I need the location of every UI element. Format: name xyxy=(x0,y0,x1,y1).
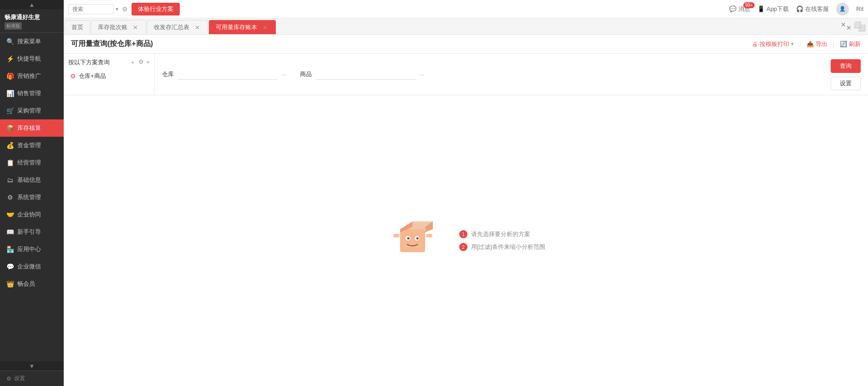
filter-settings-button[interactable]: 设置 xyxy=(831,77,861,90)
step-2-number: 2 xyxy=(459,243,467,251)
sidebar-item-system[interactable]: ⚙系统管理 xyxy=(0,189,64,206)
step-1-text: 请先选择要分析的方案 xyxy=(471,230,530,238)
sidebar-item-sales[interactable]: 📊销售管理 xyxy=(0,85,64,102)
appstore-icon: 🏪 xyxy=(6,246,14,253)
tab-close-batch[interactable]: ✕ xyxy=(131,23,139,31)
warehouse-input[interactable] xyxy=(178,69,278,80)
industry-solution-button[interactable]: 体验行业方案 xyxy=(132,3,180,15)
sidebar-item-label-sales: 销售管理 xyxy=(17,89,41,98)
sidebar-item-operation[interactable]: 📋经营管理 xyxy=(0,154,64,171)
online-service-button[interactable]: 🎧 在线客服 xyxy=(796,5,829,13)
print-chevron-icon[interactable]: ▾ xyxy=(791,41,794,47)
export-icon: 📤 xyxy=(807,41,814,47)
newbie-icon: 📖 xyxy=(6,228,14,236)
finance-icon: 💰 xyxy=(6,142,14,149)
print-icon: 🖨 xyxy=(752,41,758,47)
sidebar-scroll-down[interactable]: ▼ xyxy=(0,361,64,371)
message-button[interactable]: 💬 消息 99+ xyxy=(729,5,750,13)
scheme-add-icon[interactable]: ＋ xyxy=(130,58,136,67)
sidebar-item-wechat[interactable]: 💬企业微信 xyxy=(0,258,64,275)
tab-label-home: 首页 xyxy=(71,23,83,31)
app-download-button[interactable]: 📱 App下载 xyxy=(757,5,789,13)
filter-field-product: 商品 ··· xyxy=(300,69,424,80)
export-button[interactable]: 📤 导出 xyxy=(807,40,827,48)
svg-point-6 xyxy=(407,237,409,240)
tab-close-summary[interactable]: ✕ xyxy=(193,23,201,31)
illustration-wrap: 1 请先选择要分析的方案 2 用[过滤]条件来缩小分析范围 xyxy=(386,209,545,273)
filter-fields: 仓库 ··· 商品 ··· xyxy=(155,54,831,95)
tab-label-available: 可用量库存账本 xyxy=(216,23,257,31)
sidebar-item-label-wechat: 企业微信 xyxy=(17,262,41,271)
svg-point-7 xyxy=(416,237,418,240)
sidebar-item-vip[interactable]: 👑畅会员 xyxy=(0,275,64,293)
message-badge: 99+ xyxy=(743,2,755,8)
svg-rect-9 xyxy=(426,234,432,237)
sidebar-item-label-appstore: 应用中心 xyxy=(17,245,41,253)
product-input[interactable] xyxy=(315,69,416,80)
sidebar-item-purchase[interactable]: 🛒采购管理 xyxy=(0,102,64,119)
sidebar-item-appstore[interactable]: 🏪应用中心 xyxy=(0,241,64,258)
sidebar-item-shortcut[interactable]: ⚡快捷导航 xyxy=(0,50,64,67)
sidebar-item-marketing[interactable]: 🎁营销推广 xyxy=(0,67,64,85)
sidebar-item-label-vip: 畅会员 xyxy=(17,280,35,288)
search-input[interactable] xyxy=(68,4,114,14)
tab-close-available[interactable]: ✕ xyxy=(261,23,269,31)
empty-step-1: 1 请先选择要分析的方案 xyxy=(459,230,545,238)
maximize-window-button[interactable]: ⬜ xyxy=(851,18,863,31)
tab-batch[interactable]: 库存批次账✕ xyxy=(91,20,146,34)
sidebar-item-finance[interactable]: 💰资金管理 xyxy=(0,137,64,154)
sidebar-item-inventory[interactable]: 📦库存核算 xyxy=(0,119,64,137)
search-icon: 🔍 xyxy=(6,38,14,45)
print-button[interactable]: 🖨 按模板打印 ▾ xyxy=(752,40,794,48)
scheme-collapse-icon[interactable]: « xyxy=(147,58,150,67)
separator-2: | xyxy=(833,41,834,47)
service-label: 在线客服 xyxy=(805,5,829,13)
sidebar-item-search[interactable]: 🔍搜索菜单 xyxy=(0,33,64,50)
close-window-button[interactable]: ✕ xyxy=(837,18,850,31)
topbar-gear-icon[interactable]: ⚙ xyxy=(122,5,128,13)
scheme-header: 按以下方案查询 ＋ ⚙ « xyxy=(64,58,154,69)
tab-available[interactable]: 可用量库存账本✕ xyxy=(209,20,276,34)
avatar: 👤 xyxy=(836,3,849,15)
topbar-search-area: ▾ xyxy=(68,4,118,14)
topbar: ▾ ⚙ 体验行业方案 💬 消息 99+ 📱 App下载 🎧 在线客服 👤 Rit xyxy=(64,0,868,18)
sidebar-item-label-search: 搜索菜单 xyxy=(17,37,41,46)
empty-step-2: 2 用[过滤]条件来缩小分析范围 xyxy=(459,243,545,251)
sidebar-settings-label: 设置 xyxy=(14,375,25,382)
print-label: 按模板打印 xyxy=(760,40,789,48)
empty-state: 1 请先选择要分析的方案 2 用[过滤]条件来缩小分析范围 xyxy=(64,95,868,386)
sidebar-item-label-system: 系统管理 xyxy=(17,193,41,201)
sidebar-header: 畅康通好生意 标准版 xyxy=(0,9,64,33)
shortcut-icon: ⚡ xyxy=(6,55,14,62)
filter-right-buttons: 查询 设置 xyxy=(831,54,868,95)
system-icon: ⚙ xyxy=(6,194,14,201)
sidebar-scroll-up[interactable]: ▲ xyxy=(0,0,64,9)
scheme-item-icon: ⚙ xyxy=(70,72,76,80)
main-area: ▾ ⚙ 体验行业方案 💬 消息 99+ 📱 App下载 🎧 在线客服 👤 Rit… xyxy=(64,0,868,386)
scheme-panel: 按以下方案查询 ＋ ⚙ « ⚙ 仓库+商品 xyxy=(64,54,155,95)
filter-field-warehouse: 仓库 ··· xyxy=(162,69,286,80)
service-icon: 🎧 xyxy=(796,5,803,12)
content-area: 可用量查询(按仓库+商品) 🖨 按模板打印 ▾ | 📤 导出 | 🔄 刷新 xyxy=(64,35,868,386)
scheme-settings-icon[interactable]: ⚙ xyxy=(138,58,144,67)
empty-illustration xyxy=(386,209,441,263)
tab-home[interactable]: 首页 xyxy=(65,20,90,34)
settings-icon: ⚙ xyxy=(6,376,11,382)
sidebar-settings[interactable]: ⚙ 设置 xyxy=(0,371,64,386)
scheme-item-warehouse-product[interactable]: ⚙ 仓库+商品 xyxy=(64,69,154,83)
warehouse-more-icon[interactable]: ··· xyxy=(281,71,286,78)
topbar-right: 💬 消息 99+ 📱 App下载 🎧 在线客服 👤 Rit xyxy=(729,3,863,15)
export-label: 导出 xyxy=(816,40,827,48)
chevron-down-icon[interactable]: ▾ xyxy=(116,6,118,12)
empty-steps: 1 请先选择要分析的方案 2 用[过滤]条件来缩小分析范围 xyxy=(459,230,545,251)
svg-rect-0 xyxy=(400,229,425,252)
sidebar-item-newbie[interactable]: 📖新手引导 xyxy=(0,223,64,241)
sidebar-tag: 标准版 xyxy=(5,22,22,30)
sidebar-item-enterprise[interactable]: 🤝企业协同 xyxy=(0,206,64,223)
tab-summary[interactable]: 收发存汇总表✕ xyxy=(147,20,208,34)
sidebar-item-basic[interactable]: 🗂基础信息 xyxy=(0,171,64,189)
product-more-icon[interactable]: ··· xyxy=(419,71,424,78)
username-label[interactable]: Rit xyxy=(856,5,863,12)
refresh-button[interactable]: 🔄 刷新 xyxy=(840,40,861,48)
query-button[interactable]: 查询 xyxy=(831,59,861,73)
